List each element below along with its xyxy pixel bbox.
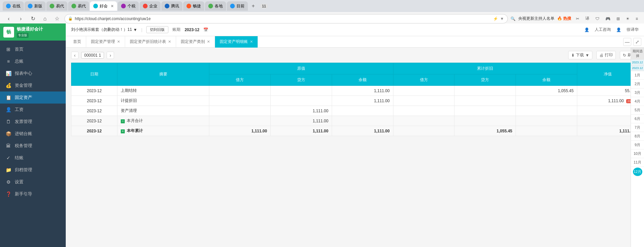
gamepad-icon[interactable]: 🎮 xyxy=(603,16,612,22)
reload-button[interactable]: ↻ xyxy=(28,14,38,23)
sidebar-item-settings[interactable]: ⚙ 设置 xyxy=(0,176,66,188)
period-month-12[interactable]: 12月 xyxy=(633,168,642,176)
page-tab-depreciation-stat-close[interactable]: ✕ xyxy=(168,40,171,44)
row-orig-balance-1: 1,111.00 xyxy=(332,96,393,106)
browser-tab-2[interactable]: 易代 xyxy=(46,1,67,11)
home-button[interactable]: ⌂ xyxy=(40,14,50,23)
period-month-11[interactable]: 11月 xyxy=(631,158,644,167)
row-date-0: 2023-12 xyxy=(71,86,117,96)
page-tab-detail-account-close[interactable]: ✕ xyxy=(250,40,253,44)
page-tab-fixed-mgmt-close[interactable]: ✕ xyxy=(117,40,120,44)
sidebar-item-ledger[interactable]: ≡ 总账 xyxy=(0,55,66,67)
help-label[interactable]: 人工咨询 xyxy=(595,27,611,33)
forward-button[interactable]: › xyxy=(16,14,25,23)
browser-tab-close-4[interactable]: ✕ xyxy=(111,4,114,8)
row-summary-4: + 本年累计 xyxy=(117,126,209,136)
sidebar-item-reports[interactable]: 📊 报表中心 xyxy=(0,67,66,79)
period-month-4[interactable]: 4月 xyxy=(631,97,644,106)
browser-tab-6[interactable]: 企业 xyxy=(140,1,161,11)
sidebar-item-label-funds: 资金管理 xyxy=(15,82,32,88)
closing-icon: ✓ xyxy=(5,155,11,161)
browser-tab-4[interactable]: 好会 ✕ xyxy=(90,1,117,11)
period-month-6[interactable]: 6月 xyxy=(631,115,644,123)
period-month-9[interactable]: 9月 xyxy=(631,141,644,149)
sidebar-item-closing[interactable]: ✓ 结账 xyxy=(0,152,66,164)
expand-button[interactable]: ⤢ xyxy=(633,38,641,46)
bookmark-button[interactable]: ☆ xyxy=(52,14,62,23)
total-icon: + xyxy=(121,129,125,133)
row-accum-balance-0: 1,055.45 xyxy=(516,86,577,96)
next-page-button[interactable]: › xyxy=(107,52,114,59)
settings-icon[interactable]: ≡ xyxy=(634,16,640,22)
browser-tab-label-8: 畅捷 xyxy=(193,3,201,9)
row-orig-debit-4: 1,111.00 xyxy=(209,126,271,136)
dropdown-icon[interactable]: ▼ xyxy=(500,16,504,21)
browser-tab-0[interactable]: 在线 xyxy=(3,1,24,11)
scissors-icon[interactable]: ✂ xyxy=(574,16,581,22)
print-button[interactable]: 🖨 打印 xyxy=(596,51,616,59)
browser-tab-9[interactable]: 各地 xyxy=(205,1,226,11)
browser-tab-3[interactable]: 易代 xyxy=(68,1,89,11)
sidebar-item-payroll[interactable]: 👤 工资 xyxy=(0,104,66,116)
period-month-8[interactable]: 8月 xyxy=(631,132,644,141)
grid-icon[interactable]: ⊞ xyxy=(614,16,622,22)
row-accum-balance-3 xyxy=(516,116,577,126)
address-bar[interactable]: 🔒 https://cloud.chanjet.com/accounting/u… xyxy=(64,14,508,23)
shield-icon[interactable]: 🛡 xyxy=(593,16,601,22)
page-tab-category-close[interactable]: ✕ xyxy=(207,40,210,44)
sidebar-item-funds[interactable]: 💰 资金管理 xyxy=(0,79,66,91)
translate-icon[interactable]: 译 xyxy=(583,15,591,22)
period-selected-end[interactable]: 2023.12 xyxy=(631,65,644,71)
sidebar-header: 畅 畅捷通好会计 专业版 xyxy=(0,23,66,41)
period-month-1[interactable]: 1月 xyxy=(631,71,644,80)
minimize-button[interactable]: — xyxy=(623,38,631,46)
page-number[interactable]: 000001 1 xyxy=(81,52,104,59)
header-accum-credit: 贷方 xyxy=(454,74,516,86)
browser-tab-10[interactable]: 目前 xyxy=(227,1,248,11)
sidebar-item-fixed-assets[interactable]: 📋 固定资产 xyxy=(0,91,66,104)
back-button[interactable]: ‹ xyxy=(4,14,13,23)
download-button[interactable]: ⬇ 下载 ▼ xyxy=(568,51,592,59)
period-month-7[interactable]: 7月 xyxy=(631,123,644,132)
company-selector[interactable]: 刘小艳演示账套（勿删勿动！）11 ▼ xyxy=(71,27,137,33)
browser-tab-7[interactable]: 腾讯 xyxy=(161,1,182,11)
hot-search-label[interactable]: 🔥 热搜 xyxy=(557,16,571,21)
new-tab-button[interactable]: + xyxy=(249,1,258,11)
switch-version-button[interactable]: 切到旧版 xyxy=(146,26,168,33)
sidebar-item-archive[interactable]: 📁 归档管理 xyxy=(0,164,66,176)
sidebar-item-label-reports: 报表中心 xyxy=(15,70,32,76)
header-original-balance: 余额 xyxy=(332,74,393,86)
period-selected-start[interactable]: 2023.12 xyxy=(631,60,644,65)
header-accumulated-depreciation: 累计折旧 xyxy=(393,63,577,74)
pagination-nav: ‹ 000001 1 › ⬇ 下载 ▼ 🖨 打印 ↻ xyxy=(71,51,639,59)
header-summary: 摘要 xyxy=(117,63,209,86)
brightness-icon[interactable]: ☀ xyxy=(624,16,632,22)
row-orig-debit-3 xyxy=(209,116,271,126)
period-month-5[interactable]: 5月 xyxy=(631,106,644,115)
row-date-4: 2023-12 xyxy=(71,126,117,136)
browser-tab-1[interactable]: 新版 xyxy=(24,1,46,11)
period-month-3[interactable]: 3月 xyxy=(631,88,644,97)
row-orig-credit-4: 1,111.00 xyxy=(271,126,332,136)
sidebar-item-home[interactable]: ⊞ 首页 xyxy=(0,43,66,55)
page-tab-home[interactable]: 首页 xyxy=(68,36,86,48)
page-tab-fixed-mgmt[interactable]: 固定资产管理 ✕ xyxy=(86,36,125,48)
refresh-icon: ↻ xyxy=(623,53,626,58)
sidebar-item-tax[interactable]: 🏛 税务管理 xyxy=(0,140,66,152)
sidebar-item-purchase-sales[interactable]: 📦 进销台账 xyxy=(0,128,66,140)
page-tab-detail-account[interactable]: 固定资产明细账 ✕ xyxy=(215,36,258,48)
calendar-icon[interactable]: 📅 xyxy=(203,27,208,32)
header-original-value: 原值 xyxy=(209,63,393,74)
browser-tab-8[interactable]: 畅捷 xyxy=(183,1,204,11)
invoice-icon: 🗒 xyxy=(5,119,11,125)
prev-page-button[interactable]: ‹ xyxy=(71,52,78,59)
sidebar-item-guide[interactable]: ❓ 新手引导 xyxy=(0,188,66,200)
page-tab-depreciation-stat[interactable]: 固定资产折旧统计表 ✕ xyxy=(125,36,176,48)
period-month-2[interactable]: 2月 xyxy=(631,80,644,88)
sidebar-item-label-settings: 设置 xyxy=(15,179,23,185)
user-label[interactable]: 徐译华 xyxy=(627,27,639,33)
sidebar-item-invoice[interactable]: 🗒 发票管理 xyxy=(0,116,66,128)
browser-tab-5[interactable]: 个税 xyxy=(118,1,139,11)
page-tab-category[interactable]: 固定资产类别 ✕ xyxy=(176,36,215,48)
period-month-10[interactable]: 10月 xyxy=(631,149,644,158)
